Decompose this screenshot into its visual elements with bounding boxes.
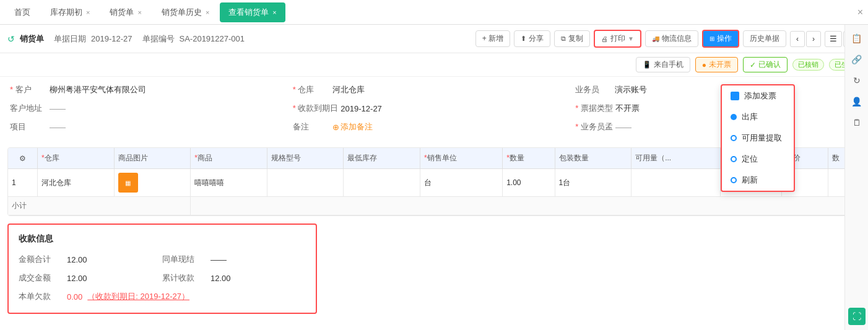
deal-amount-label: 成交金额	[19, 272, 62, 284]
available-qty-item[interactable]: 可用量提取	[722, 128, 794, 149]
confirm-button[interactable]: ✓ 已确认	[743, 57, 788, 72]
sidebar-note-icon[interactable]: 🗒	[848, 114, 866, 131]
col-settings[interactable]: ⚙	[8, 148, 38, 169]
payment-date-label: 收款到期日	[293, 103, 339, 114]
add-invoice-item[interactable]: 添加发票	[722, 85, 794, 106]
row-qty: 1.00	[503, 169, 555, 197]
sidebar-clipboard-icon[interactable]: 📋	[848, 30, 866, 47]
same-order-row: 同单现结 ——	[162, 252, 306, 267]
tab-home[interactable]: 首页	[5, 2, 40, 22]
sidebar-user-icon[interactable]: 👤	[848, 93, 866, 110]
new-button[interactable]: + 新增	[475, 30, 510, 47]
col-product: *商品	[191, 148, 267, 169]
sub-toolbar: 📱 来自手机 ● 未开票 ✓ 已确认 已核销 已生效	[0, 53, 868, 77]
col-warehouse: *仓库	[38, 148, 115, 169]
subtotal-row: 小计	[8, 197, 860, 215]
this-order-row: 本单欠款 0.00 （收款到期日: 2019-12-27）	[19, 289, 306, 304]
locate-item[interactable]: 定位	[722, 149, 794, 170]
available-qty-icon	[731, 135, 737, 141]
add-note-button[interactable]: ⊕ 添加备注	[332, 121, 373, 132]
customer-field: 客户 柳州粤港平安气体有限公司	[10, 84, 293, 95]
history-button[interactable]: 历史单据	[743, 30, 786, 47]
tab-sales-history[interactable]: 销货单历史 ×	[152, 2, 219, 22]
toolbar: ↺ 销货单 单据日期 2019-12-27 单据编号 SA-20191227-0…	[0, 25, 868, 53]
payment-date-value: 2019-12-27	[341, 104, 382, 113]
prev-arrow[interactable]: ‹	[790, 31, 805, 47]
project-value: ——	[50, 123, 66, 132]
tab-inventory-close[interactable]: ×	[86, 9, 90, 16]
share-button[interactable]: ⬆ 分享	[514, 30, 550, 47]
tab-sales-close[interactable]: ×	[137, 9, 141, 16]
outbound-label: 出库	[742, 111, 758, 123]
row-product: 嘻嘻嘻嘻	[191, 169, 267, 197]
deal-amount-value: 12.00	[67, 274, 87, 283]
amount-total-row: 金额合计 12.00	[19, 252, 162, 267]
cumulative-row: 累计收款 12.00	[162, 271, 306, 285]
row-image: ▦	[114, 169, 191, 197]
row-min-stock	[344, 169, 420, 197]
staff-value: 演示账号	[615, 84, 647, 95]
staff-label: 业务员	[575, 84, 612, 95]
sidebar-link-icon[interactable]: 🔗	[848, 51, 866, 68]
tab-inventory-init[interactable]: 库存期初 ×	[41, 2, 99, 22]
from-mobile-button[interactable]: 📱 来自手机	[636, 57, 690, 72]
num-label: 单据编号 SA-20191227-001	[142, 33, 245, 45]
available-qty-label: 可用量提取	[742, 132, 782, 144]
not-open-button[interactable]: ● 未开票	[695, 57, 738, 72]
tab-view-sales[interactable]: 查看销货单 ×	[220, 2, 285, 22]
outbound-icon	[731, 114, 737, 120]
list-view-icon[interactable]: ☰	[825, 31, 842, 47]
col-available: 可用量（...	[631, 148, 721, 169]
refresh-icon	[731, 177, 737, 183]
payment-title: 收款信息	[19, 233, 306, 245]
subtotal-empty	[191, 197, 860, 215]
amount-total-value: 12.00	[67, 255, 87, 264]
cumulative-label: 累计收款	[162, 272, 206, 284]
refresh-label: 刷新	[742, 175, 758, 186]
row-pack-qty: 1台	[555, 169, 631, 197]
close-window-button[interactable]: ×	[857, 7, 863, 18]
note-label: 备注	[293, 121, 330, 132]
refresh-item[interactable]: 刷新	[722, 170, 794, 191]
sidebar-expand-icon[interactable]: ⛶	[848, 308, 866, 325]
tab-history-close[interactable]: ×	[206, 9, 209, 16]
date-value: 2019-12-27	[91, 34, 132, 43]
address-field: 客户地址 ——	[10, 103, 293, 114]
operations-button[interactable]: ⊞ 操作	[702, 30, 739, 48]
tab-sales-order[interactable]: 销货单 ×	[100, 2, 150, 22]
next-arrow[interactable]: ›	[806, 31, 821, 47]
warehouse-value: 河北仓库	[332, 84, 365, 95]
customer-value: 柳州粤港平安气体有限公司	[50, 84, 146, 95]
ticket-value: 不开票	[615, 103, 640, 114]
overdue-note[interactable]: （收款到期日: 2019-12-27）	[87, 291, 189, 302]
logistics-button[interactable]: 🚚 物流信息	[645, 30, 698, 47]
tab-view-sales-label: 查看销货单	[228, 7, 269, 18]
sidebar-refresh-icon[interactable]: ↻	[848, 72, 866, 89]
tab-inventory-label: 库存期初	[50, 7, 82, 18]
deal-amount-row: 成交金额 12.00	[19, 271, 162, 285]
this-order-label: 本单欠款	[19, 291, 62, 302]
col-min-stock: 最低库存	[344, 148, 420, 169]
num-value: SA-20191227-001	[180, 34, 245, 43]
payment-date-field: 收款到期日 2019-12-27	[293, 103, 576, 114]
col-image: 商品图片	[114, 148, 191, 169]
date-label: 单据日期 2019-12-27	[54, 33, 132, 45]
tab-view-sales-close[interactable]: ×	[272, 9, 276, 16]
outbound-item[interactable]: 出库	[722, 106, 794, 128]
print-button[interactable]: 🖨 打印 ▼	[594, 30, 641, 48]
tab-bar: 首页 库存期初 × 销货单 × 销货单历史 × 查看销货单 × ×	[0, 0, 868, 25]
same-order-value: ——	[210, 255, 227, 264]
address-label: 客户地址	[10, 103, 47, 114]
row-available	[631, 169, 721, 197]
col-spec: 规格型号	[267, 148, 344, 169]
sold-out-badge: 已核销	[792, 59, 824, 71]
col-unit: *销售单位	[420, 148, 503, 169]
copy-button[interactable]: ⧉ 复制	[554, 30, 590, 47]
this-order-value: 0.00	[67, 292, 82, 302]
doc-type-icon: ↺	[7, 34, 15, 44]
row-unit: 台	[420, 169, 503, 197]
col-pack-qty: 包装数量	[555, 148, 631, 169]
locate-label: 定位	[742, 154, 758, 165]
project-label: 项目	[10, 121, 47, 132]
note-field: 备注 ⊕ 添加备注	[293, 121, 576, 132]
